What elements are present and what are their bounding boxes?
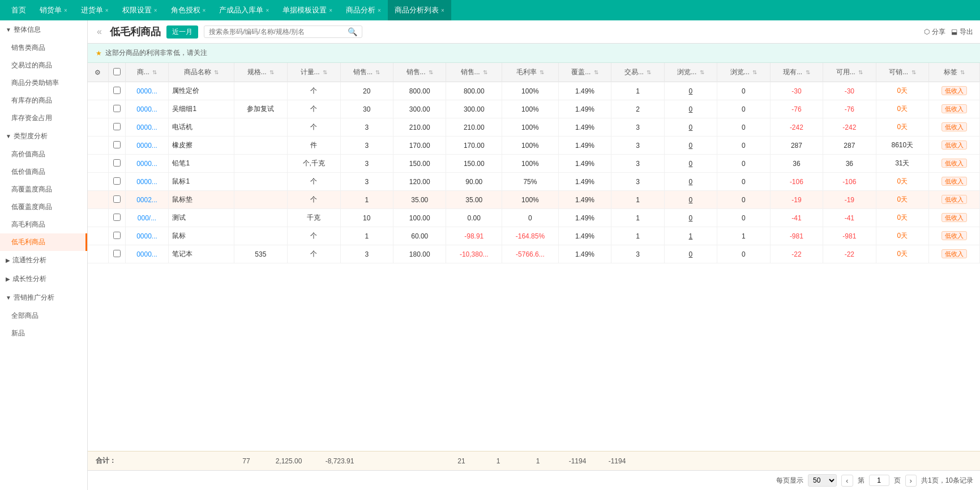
close-icon[interactable]: ×: [441, 7, 444, 14]
close-icon[interactable]: ×: [378, 7, 381, 14]
close-icon[interactable]: ×: [329, 7, 332, 14]
sidebar-item-high-margin[interactable]: 高毛利商品: [0, 216, 87, 233]
col-sales-amount[interactable]: 销售... ⇅: [393, 63, 446, 82]
col-unit[interactable]: 计量... ⇅: [288, 63, 340, 82]
col-browse2[interactable]: 浏览... ⇅: [717, 63, 770, 82]
sidebar-collapse-button[interactable]: «: [95, 27, 104, 37]
sidebar-item-low-value[interactable]: 低价值商品: [0, 163, 87, 181]
sidebar-item-high-value[interactable]: 高价值商品: [0, 146, 87, 163]
sidebar-item-low-margin[interactable]: 低毛利商品: [0, 233, 87, 251]
nav-permissions[interactable]: 权限设置 ×: [115, 0, 164, 20]
row-checkbox[interactable]: [113, 250, 121, 257]
row-checkbox[interactable]: [113, 232, 121, 239]
row-browse1[interactable]: 0: [664, 100, 717, 118]
row-browse1[interactable]: 0: [664, 82, 717, 100]
row-browse1[interactable]: 0: [664, 209, 717, 227]
sidebar-section-liquidity[interactable]: ▶ 流通性分析: [0, 251, 87, 270]
row-transaction: 1: [611, 227, 664, 245]
row-checkbox[interactable]: [113, 87, 121, 94]
nav-purchase-order[interactable]: 进货单 ×: [74, 0, 115, 20]
header-actions: ⬡ 分享 ⬓ 导出: [924, 27, 973, 37]
col-available[interactable]: 可用... ⇅: [823, 63, 876, 82]
sort-icon: ⇅: [269, 69, 274, 75]
total-gross-rate: [365, 457, 405, 465]
row-browse1[interactable]: 0: [664, 191, 717, 209]
col-sales-qty[interactable]: 销售... ⇅: [340, 63, 393, 82]
row-checkbox[interactable]: [113, 105, 121, 112]
page-number-input[interactable]: [869, 475, 889, 486]
row-browse1[interactable]: 0: [664, 137, 717, 155]
col-name[interactable]: 商品名称 ⇅: [169, 63, 234, 82]
row-checkbox-cell[interactable]: [108, 245, 125, 263]
sidebar-section-overall[interactable]: ▼ 整体信息: [0, 20, 87, 39]
row-checkbox[interactable]: [113, 123, 121, 130]
sidebar-item-category-rate[interactable]: 商品分类助销率: [0, 74, 87, 92]
row-checkbox[interactable]: [113, 141, 121, 148]
close-icon[interactable]: ×: [203, 7, 206, 14]
close-icon[interactable]: ×: [266, 7, 269, 14]
col-saleable[interactable]: 可销... ⇅: [876, 63, 928, 82]
date-filter-button[interactable]: 近一月: [166, 25, 198, 39]
close-icon[interactable]: ×: [105, 7, 109, 14]
share-button[interactable]: ⬡ 分享: [924, 27, 945, 37]
row-checkbox[interactable]: [113, 214, 121, 221]
sidebar-item-new-products[interactable]: 新品: [0, 325, 87, 342]
star-icon: ★: [96, 49, 102, 57]
row-checkbox-cell[interactable]: [108, 137, 125, 155]
col-transaction[interactable]: 交易... ⇅: [611, 63, 664, 82]
row-browse1[interactable]: 0: [664, 118, 717, 137]
search-icon[interactable]: 🔍: [348, 27, 357, 36]
col-tag[interactable]: 标签 ⇅: [929, 63, 980, 82]
row-checkbox[interactable]: [113, 177, 121, 185]
nav-product-analysis[interactable]: 商品分析 ×: [339, 0, 388, 20]
settings-icon[interactable]: ⚙: [95, 69, 101, 76]
row-browse1[interactable]: 0: [664, 245, 717, 263]
row-checkbox-cell[interactable]: [108, 100, 125, 118]
row-checkbox-cell[interactable]: [108, 82, 125, 100]
sidebar-item-all-products[interactable]: 全部商品: [0, 307, 87, 325]
sidebar-item-low-coverage[interactable]: 低覆盖度商品: [0, 198, 87, 216]
row-browse1[interactable]: 1: [664, 227, 717, 245]
sidebar-section-growth[interactable]: ▶ 成长性分析: [0, 270, 87, 288]
next-page-button[interactable]: ›: [905, 475, 917, 487]
col-current-stock[interactable]: 现有... ⇅: [770, 63, 823, 82]
close-icon[interactable]: ×: [64, 7, 67, 14]
sidebar-item-traded-products[interactable]: 交易过的商品: [0, 57, 87, 74]
sidebar-item-in-stock[interactable]: 有库存的商品: [0, 92, 87, 109]
nav-product-warehouse[interactable]: 产成品入库单 ×: [212, 0, 276, 20]
nav-role-auth[interactable]: 角色授权 ×: [164, 0, 213, 20]
row-browse1[interactable]: 0: [664, 173, 717, 191]
export-button[interactable]: ⬓ 导出: [951, 27, 973, 37]
sidebar-item-high-coverage[interactable]: 高覆盖度商品: [0, 181, 87, 198]
select-all-checkbox[interactable]: [113, 68, 121, 75]
search-input[interactable]: [209, 28, 348, 36]
col-browse1[interactable]: 浏览... ⇅: [664, 63, 717, 82]
row-checkbox-cell[interactable]: [108, 118, 125, 137]
nav-home[interactable]: 首页: [5, 0, 33, 20]
row-checkbox-cell[interactable]: [108, 209, 125, 227]
sidebar-section-marketing[interactable]: ▼ 营销推广分析: [0, 288, 87, 307]
sidebar-section-type-analysis[interactable]: ▼ 类型度分析: [0, 127, 87, 146]
page-size-select[interactable]: 50 100 200: [808, 474, 837, 487]
sidebar-item-inventory-capital[interactable]: 库存资金占用: [0, 109, 87, 127]
col-spec[interactable]: 规格... ⇅: [234, 63, 287, 82]
sidebar-item-sales-products[interactable]: 销售类商品: [0, 39, 87, 57]
row-checkbox-cell[interactable]: [108, 191, 125, 209]
row-checkbox-cell[interactable]: [108, 173, 125, 191]
col-settings[interactable]: ⚙: [88, 63, 108, 82]
col-gross-rate[interactable]: 毛利率 ⇅: [502, 63, 559, 82]
col-sales-profit[interactable]: 销售... ⇅: [446, 63, 502, 82]
row-checkbox[interactable]: [113, 159, 121, 167]
col-checkbox[interactable]: [108, 63, 125, 82]
row-checkbox-cell[interactable]: [108, 155, 125, 173]
col-code[interactable]: 商... ⇅: [125, 63, 169, 82]
close-icon[interactable]: ×: [154, 7, 157, 14]
nav-product-analysis-list[interactable]: 商品分析列表 ×: [388, 0, 451, 20]
row-checkbox-cell[interactable]: [108, 227, 125, 245]
nav-sales-order[interactable]: 销货单 ×: [33, 0, 74, 20]
nav-template-settings[interactable]: 单据模板设置 ×: [276, 0, 339, 20]
row-browse1[interactable]: 0: [664, 155, 717, 173]
col-coverage[interactable]: 覆盖... ⇅: [558, 63, 611, 82]
prev-page-button[interactable]: ‹: [841, 475, 853, 487]
row-checkbox[interactable]: [113, 195, 121, 203]
